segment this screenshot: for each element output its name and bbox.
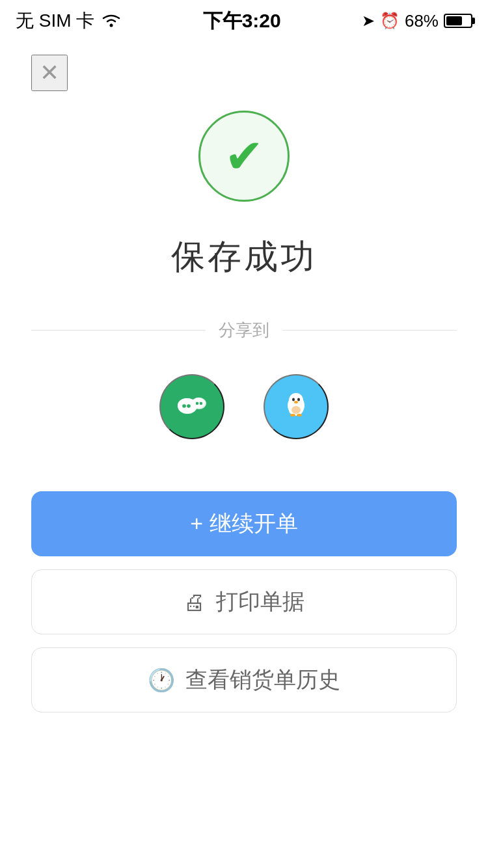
battery-fill (446, 16, 462, 25)
share-icons (159, 374, 329, 439)
print-button[interactable]: 🖨 打印单据 (31, 569, 457, 634)
print-icon: 🖨 (183, 591, 206, 613)
alarm-icon: ⏰ (380, 12, 400, 30)
status-bar-right: ➤ ⏰ 68% (362, 11, 472, 31)
share-label: 分享到 (219, 319, 269, 342)
battery-text: 68% (405, 11, 439, 31)
status-bar: 无 SIM 卡 下午3:20 ➤ ⏰ 68% (0, 0, 488, 42)
svg-point-22 (290, 414, 295, 416)
continue-button[interactable]: + 继续开单 (31, 491, 457, 556)
continue-button-label: + 继续开单 (190, 509, 297, 539)
svg-point-11 (187, 404, 191, 408)
share-qq-button[interactable] (264, 374, 329, 439)
wechat-icon (172, 387, 211, 426)
close-button[interactable]: ✕ (31, 55, 68, 91)
close-icon: ✕ (40, 61, 59, 85)
divider-right (282, 330, 457, 331)
share-divider: 分享到 (31, 319, 457, 342)
checkmark-icon: ✔ (224, 133, 264, 180)
svg-point-13 (200, 402, 202, 405)
svg-point-12 (196, 402, 198, 405)
history-button-label: 查看销货单历史 (185, 665, 340, 695)
main-content: ✕ ✔ 保存成功 分享到 (0, 42, 488, 726)
svg-point-10 (182, 404, 186, 408)
qq-icon (278, 388, 314, 425)
svg-point-18 (297, 398, 300, 401)
status-bar-time: 下午3:20 (203, 8, 281, 34)
status-bar-left: 无 SIM 卡 (16, 8, 122, 33)
svg-point-9 (192, 398, 206, 409)
svg-point-23 (297, 414, 302, 416)
action-buttons: + 继续开单 🖨 打印单据 🕐 查看销货单历史 (31, 491, 457, 712)
print-button-label: 打印单据 (216, 587, 305, 617)
svg-point-0 (110, 24, 113, 27)
battery-icon (444, 14, 472, 28)
success-circle: ✔ (198, 111, 290, 202)
carrier-text: 无 SIM 卡 (16, 8, 94, 33)
share-wechat-button[interactable] (159, 374, 224, 439)
svg-point-19 (294, 401, 298, 403)
svg-point-17 (292, 398, 295, 401)
wifi-icon (101, 13, 122, 29)
history-icon: 🕐 (148, 669, 175, 691)
svg-point-21 (291, 406, 301, 414)
history-button[interactable]: 🕐 查看销货单历史 (31, 647, 457, 712)
location-icon: ➤ (362, 12, 375, 30)
divider-left (31, 330, 206, 331)
success-title: 保存成功 (171, 234, 317, 280)
